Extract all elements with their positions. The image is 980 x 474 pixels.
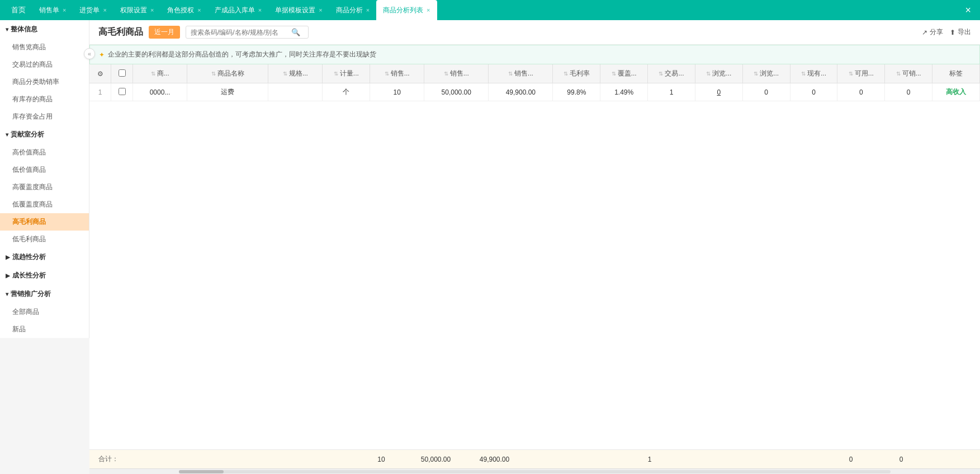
section-arrow-growth: ▶ [6,273,10,279]
sidebar-section-growth[interactable]: ▶ 成长性分析 [0,266,89,285]
nav-goods-analysis-list[interactable]: 商品分析列表 × [376,0,437,20]
col-checkbox[interactable] [111,64,133,83]
sidebar-item-new-goods[interactable]: 新品 [0,321,89,338]
info-icon: ✦ [99,51,105,59]
cell-sales-amount: 50,000.00 [424,83,489,101]
col-transaction[interactable]: ⇅交易... [648,64,695,83]
cell-transaction: 1 [648,83,695,101]
sidebar-item-traded-goods[interactable]: 交易过的商品 [0,56,89,73]
sidebar-item-instock-goods[interactable]: 有库存的商品 [0,91,89,108]
main-layout: ▾ 整体信息 销售览商品 交易过的商品 商品分类助销率 有库存的商品 库存资金占… [0,20,980,474]
cell-sales-qty: 10 [370,83,424,101]
share-button[interactable]: ↗ 分享 [922,27,943,37]
header-actions: ↗ 分享 ⬆ 导出 [922,27,971,37]
table-container: ⚙ ⇅商... ⇅商品名称 ⇅规格... ⇅计量... ⇅销售... ⇅销售..… [89,64,980,449]
sidebar-item-low-margin[interactable]: 低毛利商品 [0,231,89,248]
col-sales-net[interactable]: ⇅销售... [489,64,553,83]
col-sales-amount[interactable]: ⇅销售... [424,64,489,83]
sidebar-section-contribution[interactable]: ▾ 贡献室分析 [0,125,89,144]
col-stock[interactable]: ⇅现有... [790,64,837,83]
export-icon: ⬆ [950,29,955,36]
col-available[interactable]: ⇅可用... [837,64,885,83]
cell-checkbox[interactable] [111,83,133,101]
nav-home[interactable]: 首页 [4,0,32,20]
app-container: 首页 销售单 × 进货单 × 权限设置 × 角色授权 × 产成品入库单 × 单据… [0,0,980,474]
share-icon: ↗ [922,29,927,36]
cell-gross-rate: 99.8% [553,83,600,101]
search-icon[interactable]: 🔍 [291,28,300,36]
footer-transaction: 1 [627,456,672,463]
cell-sales-net: 49,900.00 [489,83,553,101]
sidebar-item-stock-capital[interactable]: 库存资金占用 [0,108,89,125]
section-arrow-overall: ▾ [6,26,8,32]
sidebar: ▾ 整体信息 销售览商品 交易过的商品 商品分类助销率 有库存的商品 库存资金占… [0,20,89,338]
cell-num: 1 [89,83,111,101]
col-spec[interactable]: ⇅规格... [268,64,323,83]
col-coverage[interactable]: ⇅覆盖... [600,64,648,83]
sidebar-item-low-coverage[interactable]: 低覆盖度商品 [0,196,89,213]
sidebar-item-sales-goods[interactable]: 销售览商品 [0,39,89,56]
col-sales-qty[interactable]: ⇅销售... [370,64,424,83]
sidebar-item-high-coverage[interactable]: 高覆盖度商品 [0,179,89,196]
cell-coverage: 1.49% [600,83,648,101]
close-goods-analysis-tab[interactable]: × [366,7,370,13]
search-box: 🔍 [186,26,309,39]
page-title: 高毛利商品 [98,26,143,38]
col-code[interactable]: ⇅商... [133,64,187,83]
close-role-tab[interactable]: × [197,7,201,13]
close-template-tab[interactable]: × [319,7,322,13]
content-area: 高毛利商品 近一月 🔍 ↗ 分享 ⬆ 导出 [89,20,980,474]
nav-role[interactable]: 角色授权 × [160,0,207,20]
close-window-button[interactable]: × [960,4,976,16]
cell-saleable: 0 [885,83,932,101]
col-settings[interactable]: ⚙ [89,64,111,83]
sidebar-section-overall[interactable]: ▾ 整体信息 [0,20,89,39]
section-arrow-marketing: ▾ [6,291,8,297]
sidebar-collapse-button[interactable]: « [84,48,95,59]
nav-purchase[interactable]: 进货单 × [73,0,113,20]
table-row: 1 0000... 运费 个 10 50,000.00 49,900.00 99… [89,83,980,101]
col-unit[interactable]: ⇅计量... [323,64,370,83]
col-browse2[interactable]: ⇅浏览... [742,64,790,83]
close-sales-tab[interactable]: × [63,7,66,13]
nav-sales[interactable]: 销售单 × [32,0,73,20]
nav-template-settings[interactable]: 单据模板设置 × [268,0,329,20]
cell-unit: 个 [323,83,370,101]
cell-name: 运费 [187,83,268,101]
nav-product-inbound[interactable]: 产成品入库单 × [208,0,268,20]
footer-sales-qty: 10 [359,456,404,463]
footer-bar: 合计： 10 50,000.00 49,900.00 1 0 0 [89,449,980,468]
search-input[interactable] [191,29,291,36]
sidebar-section-marketing[interactable]: ▾ 营销推广分析 [0,285,89,303]
sidebar-item-low-value[interactable]: 低价值商品 [0,161,89,179]
col-tag[interactable]: 标签 [932,64,980,83]
section-arrow-contribution: ▾ [6,132,8,138]
col-saleable[interactable]: ⇅可销... [885,64,932,83]
sidebar-section-trend[interactable]: ▶ 流趋性分析 [0,248,89,266]
scrollbar-thumb[interactable] [179,470,224,473]
footer-saleable: 0 [879,456,924,463]
col-browse1[interactable]: ⇅浏览... [695,64,742,83]
close-purchase-tab[interactable]: × [103,7,106,13]
select-all-checkbox[interactable] [119,69,126,77]
close-permission-tab[interactable]: × [150,7,154,13]
cell-browse1[interactable]: 0 [695,83,742,101]
sidebar-item-all-goods[interactable]: 全部商品 [0,303,89,321]
nav-permission[interactable]: 权限设置 × [113,0,160,20]
close-product-inbound-tab[interactable]: × [258,7,262,13]
sidebar-item-high-margin[interactable]: 高毛利商品 [0,213,89,231]
row-checkbox[interactable] [119,88,126,95]
close-goods-analysis-list-tab[interactable]: × [427,7,430,13]
col-name[interactable]: ⇅商品名称 [187,64,268,83]
horizontal-scrollbar[interactable] [89,468,980,474]
cell-code: 0000... [133,83,187,101]
footer-sales-amount: 50,000.00 [409,456,462,463]
footer-sales-net: 49,900.00 [468,456,521,463]
export-button[interactable]: ⬆ 导出 [950,27,971,37]
sidebar-item-goods-category-rate[interactable]: 商品分类助销率 [0,73,89,91]
nav-goods-analysis[interactable]: 商品分析 × [329,0,376,20]
filter-recent-month-button[interactable]: 近一月 [149,26,180,39]
sidebar-item-high-value[interactable]: 高价值商品 [0,144,89,161]
col-gross-rate[interactable]: ⇅毛利率 [553,64,600,83]
scrollbar-track[interactable] [179,470,891,473]
